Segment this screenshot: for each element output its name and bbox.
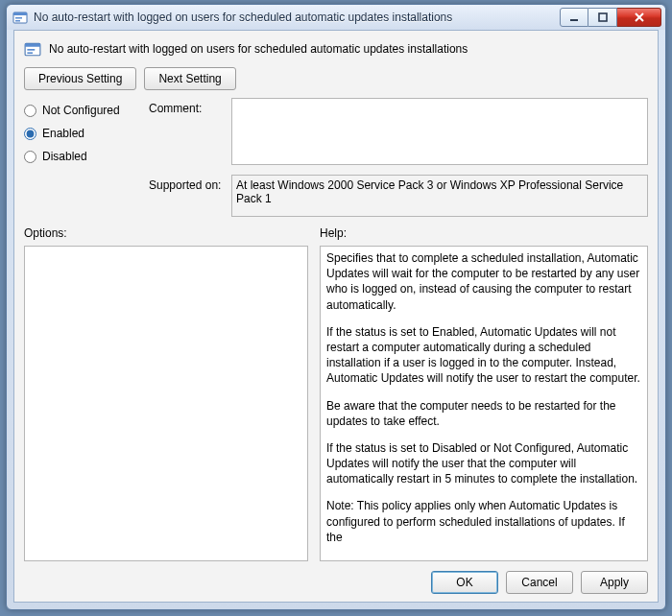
radio-enabled-input[interactable]: [24, 128, 36, 140]
help-label: Help:: [320, 226, 648, 240]
radio-not-configured[interactable]: Not Configured: [24, 104, 135, 117]
policy-icon: [24, 40, 41, 58]
dialog-window: No auto-restart with logged on users for…: [6, 4, 666, 610]
comment-textarea[interactable]: [231, 98, 648, 165]
options-panel: Options:: [24, 226, 308, 561]
apply-button[interactable]: Apply: [581, 571, 648, 594]
help-panel: Help: Specifies that to complete a sched…: [320, 226, 648, 561]
svg-rect-9: [27, 52, 33, 54]
comment-label: Comment:: [149, 98, 231, 115]
policy-header: No auto-restart with logged on users for…: [24, 40, 648, 58]
help-paragraph: Note: This policy applies only when Auto…: [326, 498, 641, 545]
titlebar[interactable]: No auto-restart with logged on users for…: [7, 5, 665, 30]
minimize-button[interactable]: [560, 8, 588, 27]
supported-on-textarea[interactable]: At least Windows 2000 Service Pack 3 or …: [231, 175, 648, 217]
policy-title: No auto-restart with logged on users for…: [49, 42, 468, 56]
panels-row: Options: Help: Specifies that to complet…: [24, 226, 648, 561]
window-controls: [560, 8, 661, 27]
svg-rect-5: [599, 13, 607, 21]
radio-not-configured-input[interactable]: [24, 105, 36, 117]
state-radio-group: Not Configured Enabled Disabled: [24, 98, 135, 217]
labeled-fields: Comment: Supported on: At least Windows …: [149, 98, 648, 217]
help-paragraph: Specifies that to complete a scheduled i…: [326, 250, 641, 313]
svg-rect-4: [570, 19, 578, 21]
config-row: Not Configured Enabled Disabled Comment:…: [24, 98, 648, 217]
cancel-button[interactable]: Cancel: [506, 571, 573, 594]
policy-icon: [12, 10, 28, 25]
svg-rect-3: [15, 20, 20, 22]
options-label: Options:: [24, 226, 308, 240]
help-paragraph: If the status is set to Disabled or Not …: [326, 440, 641, 487]
window-title: No auto-restart with logged on users for…: [34, 11, 560, 24]
help-paragraph: If the status is set to Enabled, Automat…: [326, 324, 641, 387]
svg-rect-1: [13, 12, 27, 15]
radio-disabled[interactable]: Disabled: [24, 150, 135, 163]
supported-on-label: Supported on:: [149, 175, 231, 192]
dialog-footer: OK Cancel Apply: [24, 561, 648, 594]
radio-enabled-label: Enabled: [42, 127, 84, 140]
svg-rect-8: [27, 49, 35, 51]
close-button[interactable]: [617, 8, 661, 27]
radio-not-configured-label: Not Configured: [42, 104, 120, 117]
radio-enabled[interactable]: Enabled: [24, 127, 135, 140]
previous-setting-button[interactable]: Previous Setting: [24, 67, 136, 90]
help-box[interactable]: Specifies that to complete a scheduled i…: [320, 246, 648, 561]
svg-rect-2: [15, 17, 22, 19]
radio-disabled-input[interactable]: [24, 151, 36, 163]
client-area: No auto-restart with logged on users for…: [13, 30, 659, 603]
nav-buttons: Previous Setting Next Setting: [24, 67, 648, 90]
options-box[interactable]: [24, 246, 308, 561]
maximize-button[interactable]: [588, 8, 617, 27]
help-paragraph: Be aware that the computer needs to be r…: [326, 398, 641, 429]
radio-disabled-label: Disabled: [42, 150, 87, 163]
next-setting-button[interactable]: Next Setting: [144, 67, 235, 90]
ok-button[interactable]: OK: [431, 571, 498, 594]
svg-rect-7: [25, 43, 40, 46]
